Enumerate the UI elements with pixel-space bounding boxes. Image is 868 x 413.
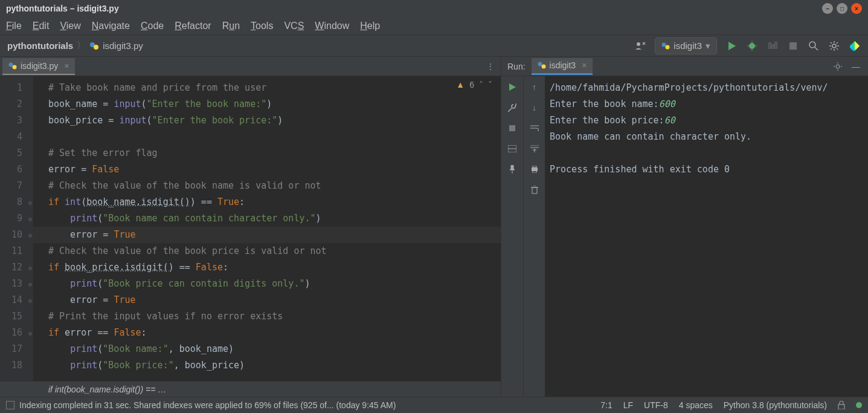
console-prompt-1: Enter the book name: [550, 99, 659, 109]
menu-tools[interactable]: Tools [251, 21, 273, 31]
menu-vcs[interactable]: VCS [284, 21, 304, 31]
hide-panel-icon[interactable]: — [850, 60, 862, 73]
console-input-2: 60 [664, 115, 675, 126]
lock-icon[interactable] [838, 401, 845, 409]
encoding[interactable]: UTF-8 [644, 400, 668, 410]
svg-point-26 [836, 65, 840, 68]
line-separator[interactable]: LF [623, 400, 633, 410]
console-prompt-2: Enter the book price: [550, 115, 664, 126]
svg-line-18 [831, 42, 832, 44]
editor-tab-more-icon[interactable]: ⋮ [486, 62, 495, 71]
run-settings-icon[interactable] [832, 60, 844, 73]
code-content[interactable]: # Take book name and price from the user… [33, 76, 501, 381]
pin-icon[interactable] [506, 163, 518, 175]
trash-icon[interactable] [529, 184, 541, 196]
python-file-icon [538, 61, 546, 70]
run-toolbar-left [501, 76, 523, 397]
console-output[interactable]: /home/fahmida/PycharmProjects/pythontuto… [545, 76, 868, 397]
breadcrumb-sep: 〉 [77, 40, 86, 51]
menu-refactor[interactable]: Refactor [175, 21, 211, 31]
tool-windows-icon[interactable] [6, 401, 14, 409]
navbar: pythontutorials 〉 isdigit3.py isdigit3 ▾ [0, 35, 868, 57]
run-panel-header: Run: isdigit3 × — [501, 57, 868, 76]
svg-point-1 [94, 45, 98, 50]
scroll-end-icon[interactable] [529, 143, 541, 155]
run-tab-active[interactable]: isdigit3 × [532, 58, 593, 75]
maximize-button[interactable]: □ [837, 3, 847, 14]
up-arrow-icon[interactable]: ˄ [479, 80, 483, 89]
statusbar: Indexing completed in 31 sec. Shared ind… [0, 397, 868, 413]
warning-count: 6 [469, 80, 474, 89]
menubar: File Edit View Navigate Code Refactor Ru… [0, 17, 868, 35]
wrench-icon[interactable] [506, 102, 518, 114]
svg-point-5 [749, 43, 755, 49]
svg-point-11 [809, 42, 815, 48]
run-button[interactable] [725, 40, 738, 52]
menu-view[interactable]: View [60, 21, 80, 31]
close-run-tab-icon[interactable]: × [582, 60, 587, 70]
menu-help[interactable]: Help [360, 21, 380, 31]
svg-line-19 [837, 48, 838, 50]
console-output-line: Book name can contain character only. [550, 131, 751, 142]
close-tab-icon[interactable]: × [64, 61, 69, 71]
svg-point-2 [637, 42, 640, 46]
menu-code[interactable]: Code [141, 21, 164, 31]
ide-logo-icon[interactable] [849, 40, 861, 52]
svg-rect-31 [509, 125, 515, 131]
up-icon[interactable]: ↑ [529, 81, 541, 93]
window-title: pythontutorials – isdigit3.py [6, 4, 119, 13]
editor-crumb-text: if int(book_name.isdigit()) == … [48, 385, 166, 394]
python-file-icon [89, 41, 99, 51]
run-config-selector[interactable]: isdigit3 ▾ [655, 37, 717, 54]
svg-line-12 [815, 47, 818, 50]
coverage-button[interactable] [767, 40, 779, 52]
svg-rect-37 [532, 187, 537, 193]
editor-tab-active[interactable]: isdigit3.py × [2, 58, 75, 75]
code-editor[interactable]: ▲ 6 ˄ ˅ 12345678⊖9⊖10⊖1112⊖13⊖14⊖1516⊖17… [0, 76, 501, 381]
interpreter[interactable]: Python 3.8 (pythontutorials) [724, 400, 827, 410]
svg-point-3 [662, 42, 666, 47]
minimize-button[interactable]: – [822, 3, 833, 14]
svg-rect-40 [838, 405, 844, 409]
caret-position[interactable]: 7:1 [600, 400, 612, 410]
rerun-button[interactable] [506, 81, 518, 93]
editor-tabs: isdigit3.py × ⋮ [0, 57, 501, 76]
print-icon[interactable] [529, 163, 541, 175]
status-message: Indexing completed in 31 sec. Shared ind… [19, 400, 396, 410]
editor-tab-label: isdigit3.py [21, 61, 58, 71]
close-button[interactable]: × [851, 3, 862, 14]
add-user-icon[interactable] [634, 40, 646, 52]
svg-point-4 [666, 45, 670, 49]
inspection-summary[interactable]: ▲ 6 ˄ ˅ [456, 80, 492, 89]
svg-point-24 [538, 62, 542, 67]
down-icon[interactable]: ↓ [529, 102, 541, 114]
console-path: /home/fahmida/PycharmProjects/pythontuto… [550, 82, 828, 93]
search-icon[interactable] [808, 40, 820, 52]
status-indicator-icon[interactable] [856, 402, 862, 408]
svg-rect-35 [533, 166, 536, 167]
run-tab-label: isdigit3 [550, 60, 576, 70]
menu-window[interactable]: Window [315, 21, 349, 31]
layout-icon[interactable] [506, 143, 518, 155]
menu-file[interactable]: File [6, 21, 22, 31]
breadcrumb-file[interactable]: isdigit3.py [103, 41, 143, 51]
breadcrumb-project[interactable]: pythontutorials [7, 41, 73, 51]
svg-line-20 [831, 48, 832, 50]
down-arrow-icon[interactable]: ˅ [488, 80, 492, 89]
breadcrumb: pythontutorials 〉 isdigit3.py [7, 40, 143, 51]
menu-run[interactable]: Run [222, 21, 240, 31]
stop-button[interactable] [787, 40, 799, 52]
python-file-icon [8, 62, 17, 70]
menu-navigate[interactable]: Navigate [92, 21, 130, 31]
indent[interactable]: 4 spaces [679, 400, 713, 410]
run-label: Run: [507, 62, 526, 71]
console-exit-line: Process finished with exit code 0 [550, 164, 730, 175]
wrap-icon[interactable] [529, 122, 541, 134]
titlebar: pythontutorials – isdigit3.py – □ × [0, 0, 868, 17]
settings-icon[interactable] [828, 40, 840, 52]
svg-rect-10 [789, 42, 797, 50]
editor-breadcrumb[interactable]: if int(book_name.isdigit()) == … [0, 381, 501, 397]
debug-button[interactable] [746, 40, 758, 52]
stop-button-2[interactable] [506, 122, 518, 134]
menu-edit[interactable]: Edit [33, 21, 50, 31]
